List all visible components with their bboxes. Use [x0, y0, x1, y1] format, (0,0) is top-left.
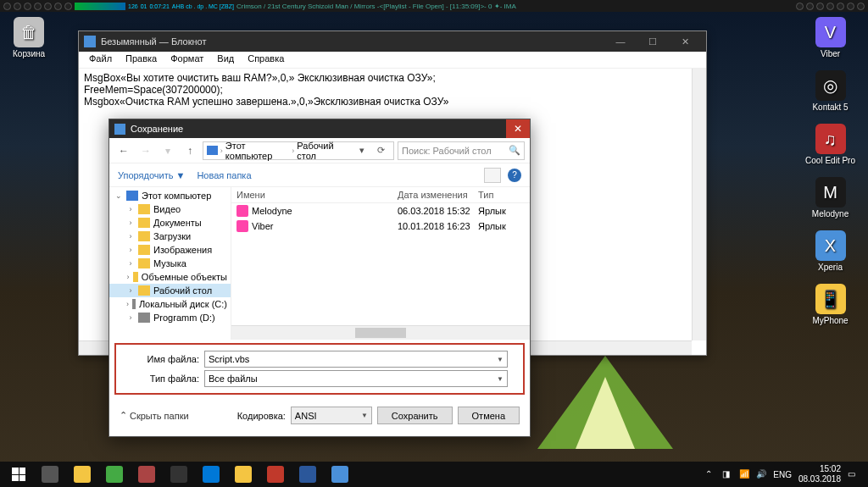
savedlg-title: Сохранение	[131, 124, 183, 134]
taskbar-app[interactable]	[324, 462, 356, 487]
tray-notifications-icon[interactable]: ▭	[848, 469, 858, 479]
winamp-ctrl[interactable]	[796, 3, 804, 10]
menu-item[interactable]: Файл	[82, 52, 119, 68]
desktop-icon[interactable]: VViber	[805, 17, 855, 58]
winamp-ctrl[interactable]	[806, 3, 814, 10]
desktop-icon[interactable]: XXperia	[805, 230, 855, 272]
nav-back-button[interactable]: ←	[114, 141, 133, 160]
menu-item[interactable]: Вид	[210, 52, 241, 68]
taskbar-clock[interactable]: 15:02 08.03.2018	[798, 464, 841, 484]
taskbar-app[interactable]	[163, 462, 195, 487]
taskbar-app[interactable]	[66, 462, 98, 487]
encoding-select[interactable]: ANSI▼	[291, 407, 372, 424]
start-button[interactable]	[3, 462, 34, 487]
winamp-ctrl[interactable]	[826, 3, 834, 10]
filename-label: Имя файла:	[143, 354, 204, 364]
notepad-titlebar[interactable]: Безымянный — Блокнот — ☐ ✕	[79, 31, 706, 52]
tree-item[interactable]: ›Изображения	[109, 243, 231, 257]
taskbar-app[interactable]	[292, 462, 324, 487]
folder-icon	[132, 299, 136, 309]
winamp-ctrl[interactable]	[857, 3, 865, 10]
winamp-bar: 126 01 0:07:21 AHB cb . dp . MC [ZBZ] Cr…	[0, 0, 868, 12]
winamp-ctrl[interactable]	[847, 3, 854, 10]
desktop-icon[interactable]: MMelodyne	[805, 177, 855, 219]
col-header-name[interactable]: Имени	[236, 190, 398, 200]
tree-item[interactable]: ›Документы	[109, 216, 231, 230]
tree-item[interactable]: ⌄Этот компьютер	[109, 189, 231, 202]
notepad-content[interactable]: MsgBox«Вы хотите очистить ваш RAM?»,0,» …	[79, 69, 706, 111]
winamp-ctrl[interactable]	[3, 3, 11, 10]
tree-item[interactable]: ›Объемные объекты	[109, 270, 231, 284]
desktop-icon[interactable]: 📱MyPhone	[805, 284, 855, 325]
desktop-icon[interactable]: ♫Cool Edit Pro	[805, 124, 855, 165]
filelist-scrollbar[interactable]	[231, 325, 530, 340]
tree-item[interactable]: ›Музыка	[109, 257, 231, 270]
new-folder-button[interactable]: Новая папка	[197, 170, 251, 180]
menu-item[interactable]: Справка	[241, 52, 291, 68]
nav-forward-button[interactable]: →	[136, 141, 155, 160]
tree-item[interactable]: ›Рабочий стол	[109, 284, 231, 297]
windows-icon	[12, 468, 25, 481]
tray-battery-icon[interactable]: ◨	[722, 469, 732, 479]
breadcrumb-dropdown-icon[interactable]: ▾	[353, 145, 370, 156]
winamp-ctrl[interactable]	[34, 3, 42, 10]
winamp-ctrl[interactable]	[816, 3, 824, 10]
menu-item[interactable]: Формат	[164, 52, 210, 68]
savedlg-titlebar[interactable]: Сохранение ✕	[109, 119, 530, 138]
tree-item[interactable]: ›Локальный диск (C:)	[109, 297, 231, 311]
winamp-ctrl[interactable]	[24, 3, 31, 10]
minimize-button[interactable]: —	[604, 31, 637, 52]
tree-label: Загрузки	[153, 231, 191, 241]
tray-volume-icon[interactable]: 🔊	[756, 469, 766, 479]
winamp-ctrl[interactable]	[64, 3, 72, 10]
notepad-menubar: ФайлПравкаФорматВидСправка	[79, 52, 706, 69]
refresh-icon[interactable]: ⟳	[373, 145, 390, 156]
nav-history-button[interactable]: ▾	[159, 141, 177, 160]
menu-item[interactable]: Правка	[119, 52, 164, 68]
winamp-ctrl[interactable]	[14, 3, 21, 10]
taskbar-app[interactable]	[227, 462, 259, 487]
winamp-ctrl[interactable]	[54, 3, 62, 10]
filetype-select[interactable]: Все файлы▼	[204, 370, 508, 387]
breadcrumb-root[interactable]: Этот компьютер	[225, 141, 289, 161]
winamp-ctrl[interactable]	[837, 3, 844, 10]
desktop-icon[interactable]: ◎Kontakt 5	[805, 70, 855, 112]
taskbar-app[interactable]	[98, 462, 131, 487]
notepad-title: Безымянный — Блокнот	[101, 36, 206, 47]
tree-item[interactable]: ›Programm (D:)	[109, 311, 231, 324]
breadcrumb-folder[interactable]: Рабочий стол	[297, 141, 350, 161]
col-header-type[interactable]: Тип	[478, 190, 525, 200]
folder-icon	[138, 285, 150, 296]
organize-button[interactable]: Упорядочить ▼	[118, 170, 185, 180]
winamp-ctrl[interactable]	[44, 3, 52, 10]
tree-arrow-icon: ›	[126, 219, 135, 227]
cancel-button[interactable]: Отмена	[458, 407, 520, 424]
taskbar-app[interactable]	[259, 462, 292, 487]
nav-up-button[interactable]: ↑	[181, 141, 199, 160]
taskbar-app[interactable]	[131, 462, 163, 487]
help-icon[interactable]: ?	[508, 169, 521, 182]
folder-icon	[133, 272, 138, 282]
tree-item[interactable]: ›Загрузки	[109, 230, 231, 243]
view-options-button[interactable]	[484, 168, 501, 183]
breadcrumb[interactable]: › Этот компьютер › Рабочий стол ▾ ⟳	[203, 141, 394, 160]
notepad-scrollbar-v[interactable]	[692, 69, 706, 340]
maximize-button[interactable]: ☐	[637, 31, 669, 52]
desktop-icon[interactable]: 🗑Корзина	[13, 17, 45, 58]
hide-folders-link[interactable]: ⌃Скрыть папки	[120, 410, 189, 421]
taskbar-app[interactable]	[195, 462, 227, 487]
save-button[interactable]: Сохранить	[377, 407, 453, 424]
file-row[interactable]: Viber10.01.2018 16:23Ярлык	[231, 219, 530, 234]
savedlg-close-button[interactable]: ✕	[506, 119, 530, 138]
tree-item[interactable]: ›Видео	[109, 202, 231, 216]
file-row[interactable]: Melodyne06.03.2018 15:32Ярлык	[231, 203, 530, 219]
search-icon[interactable]: 🔍	[509, 145, 520, 156]
tray-language[interactable]: ENG	[773, 470, 792, 479]
tray-network-icon[interactable]: 📶	[739, 469, 749, 479]
close-button[interactable]: ✕	[669, 31, 701, 52]
filename-input[interactable]: Script.vbs▼	[204, 351, 508, 368]
taskbar-app[interactable]	[34, 462, 66, 487]
col-header-date[interactable]: Дата изменения	[398, 190, 478, 200]
search-input[interactable]: Поиск: Рабочий стол 🔍	[398, 141, 525, 160]
tray-chevron-icon[interactable]: ⌃	[705, 469, 715, 479]
